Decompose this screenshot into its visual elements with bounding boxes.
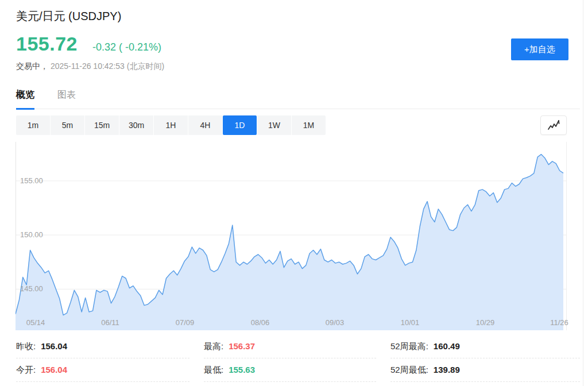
stat-value: 160.49 — [434, 341, 460, 352]
range-button-30m[interactable]: 30m — [119, 115, 153, 135]
y-axis-tick-label: 155.00 — [20, 176, 43, 186]
trend-line-icon — [547, 119, 560, 132]
quote-header: 美元/日元 (USDJPY) +加自选 155.72 -0.32 ( -0.21… — [0, 8, 588, 71]
stat-label: 最高: — [204, 341, 223, 352]
tab-bar: 概览 图表 — [16, 88, 580, 109]
stat-label: 52周最高: — [390, 341, 428, 352]
range-button-1h[interactable]: 1H — [154, 115, 188, 135]
kline-view-button[interactable] — [540, 115, 567, 135]
stat-label: 52周最低: — [390, 365, 428, 375]
stat-label: 最低: — [204, 365, 223, 375]
trading-status-row: 交易中， 2025-11-26 10:42:53 (北京时间) — [16, 61, 568, 71]
last-price: 155.72 — [16, 32, 78, 55]
tab-chart[interactable]: 图表 — [57, 88, 76, 110]
range-button-1m[interactable]: 1m — [16, 115, 50, 135]
stat-52w-high: 52周最高: 160.49 — [390, 335, 580, 358]
stat-52w-low: 52周最低: 139.89 — [390, 358, 580, 382]
stat-value: 139.89 — [434, 365, 460, 375]
range-button-1m-month[interactable]: 1M — [292, 115, 326, 135]
stat-value: 156.04 — [41, 341, 67, 352]
chart-toolbar: 1m 5m 15m 30m 1H 4H 1D 1W 1M — [16, 115, 567, 135]
quote-timestamp: 2025-11-26 10:42:53 — [51, 61, 125, 71]
price-area-chart[interactable]: 145.00150.00155.00 05/1406/1107/0908/060… — [16, 142, 567, 330]
x-axis-tick-label: 09/03 — [326, 318, 345, 327]
x-axis-tick-label: 10/29 — [476, 318, 495, 327]
stat-day-high: 最高: 156.37 — [204, 335, 376, 358]
stat-label: 昨收: — [16, 341, 36, 352]
price-row: 155.72 -0.32 ( -0.21%) — [16, 32, 568, 55]
add-watchlist-button[interactable]: +加自选 — [511, 38, 568, 60]
stat-value: 156.37 — [229, 341, 255, 352]
stat-label: 今开: — [16, 365, 36, 375]
quote-stats-grid: 昨收: 156.04 最高: 156.37 52周最高: 160.49 今开: … — [16, 335, 580, 382]
range-button-5m[interactable]: 5m — [51, 115, 84, 135]
stat-value: 156.04 — [41, 365, 67, 375]
stat-value: 155.63 — [229, 365, 255, 375]
chart-canvas — [16, 142, 567, 330]
trading-status: 交易中， — [16, 61, 48, 71]
stat-prev-close: 昨收: 156.04 — [16, 335, 189, 358]
range-button-4h[interactable]: 4H — [188, 115, 222, 135]
x-axis-tick-label: 08/06 — [251, 318, 270, 327]
x-axis-tick-label: 07/09 — [176, 318, 195, 327]
timezone-label: (北京时间) — [127, 61, 164, 71]
stat-day-low: 最低: 155.63 — [204, 358, 376, 382]
range-button-1w[interactable]: 1W — [257, 115, 291, 135]
time-range-group: 1m 5m 15m 30m 1H 4H 1D 1W 1M — [16, 115, 326, 135]
page-title: 美元/日元 (USDJPY) — [16, 8, 568, 24]
range-button-1d[interactable]: 1D — [223, 115, 257, 135]
x-axis-tick-label: 05/14 — [26, 318, 45, 327]
range-button-15m[interactable]: 15m — [85, 115, 119, 135]
x-axis-tick-label: 11/26 — [550, 318, 568, 327]
usdjpy-quote-page: 美元/日元 (USDJPY) +加自选 155.72 -0.32 ( -0.21… — [0, 0, 588, 386]
y-axis-tick-label: 145.00 — [20, 284, 43, 294]
x-axis-tick-label: 10/01 — [401, 318, 420, 327]
price-change: -0.32 ( -0.21%) — [92, 41, 161, 53]
y-axis-tick-label: 150.00 — [20, 230, 43, 240]
x-axis-tick-label: 06/11 — [101, 318, 119, 327]
tab-overview[interactable]: 概览 — [16, 88, 34, 110]
stat-open: 今开: 156.04 — [16, 358, 189, 382]
